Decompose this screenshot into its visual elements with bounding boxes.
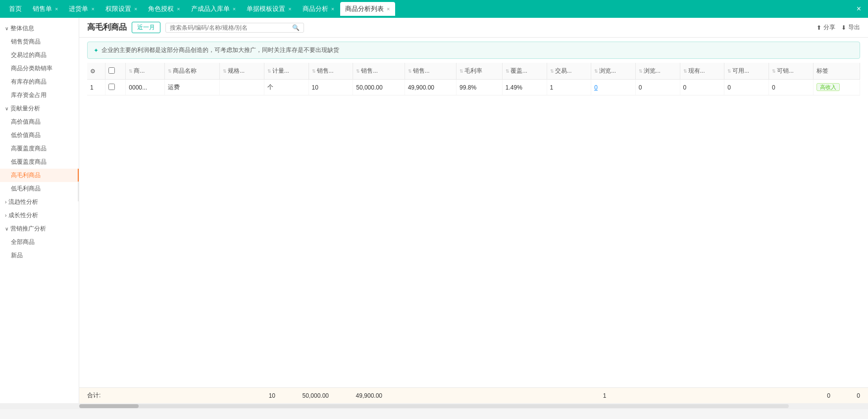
sidebar-item-商品分类助销率[interactable]: 商品分类助销率 xyxy=(0,62,79,75)
table-col-header-5[interactable]: ⇅计量... xyxy=(264,63,308,80)
seq-cell: 1 xyxy=(87,80,105,95)
sort-icon: ⇅ xyxy=(168,69,172,74)
nav-close-icon[interactable]: × xyxy=(387,6,390,12)
table-col-header-4[interactable]: ⇅规格... xyxy=(220,63,264,80)
share-button[interactable]: ⬆ 分享 xyxy=(817,23,835,32)
row-checkbox[interactable] xyxy=(108,84,115,90)
sidebar-group-2[interactable]: ›流趋性分析 xyxy=(0,195,79,209)
col-label: 现有... xyxy=(688,67,705,74)
filter-recent-month-button[interactable]: 近一月 xyxy=(132,22,160,33)
sidebar-item-高毛利商品[interactable]: 高毛利商品 xyxy=(0,169,79,182)
table-col-header-11[interactable]: ⇅交易... xyxy=(547,63,591,80)
col-label: 销售... xyxy=(317,67,334,74)
scrollbar-track xyxy=(79,404,789,408)
table-col-header-3[interactable]: ⇅商品名称 xyxy=(164,63,220,80)
sidebar-item-交易过的商品[interactable]: 交易过的商品 xyxy=(0,48,79,62)
table-col-header-7[interactable]: ⇅销售... xyxy=(353,63,405,80)
browse-link[interactable]: 0 xyxy=(594,84,598,91)
sidebar-item-销售货商品[interactable]: 销售货商品 xyxy=(0,35,79,48)
unit-cell: 个 xyxy=(264,80,308,95)
sidebar-item-库存资金占用[interactable]: 库存资金占用 xyxy=(0,89,79,102)
table-col-header-9[interactable]: ⇅毛利率 xyxy=(457,63,503,80)
checkbox-cell[interactable] xyxy=(105,80,126,95)
search-box: 🔍 xyxy=(165,23,304,33)
sidebar-item-高覆盖度商品[interactable]: 高覆盖度商品 xyxy=(0,142,79,155)
browse1-cell[interactable]: 0 xyxy=(591,80,636,95)
table-col-header-6[interactable]: ⇅销售... xyxy=(308,63,353,80)
content-header: 高毛利商品 近一月 🔍 ⬆ 分享 ⬇ 导出 xyxy=(79,18,868,38)
nav-item-角色授权[interactable]: 角色授权× xyxy=(143,2,185,16)
export-button[interactable]: ⬇ 导出 xyxy=(841,23,860,32)
footer-trade: 1 xyxy=(577,392,607,399)
footer-sales-profit: 49,900.00 xyxy=(333,392,382,399)
available-stock-cell: 0 xyxy=(724,80,769,95)
gross-rate-cell: 99.8% xyxy=(457,80,503,95)
sidebar-item-低价值商品[interactable]: 低价值商品 xyxy=(0,129,79,142)
nav-close-icon[interactable]: × xyxy=(177,6,180,12)
close-all-button[interactable]: × xyxy=(854,4,864,13)
search-input[interactable] xyxy=(170,24,290,31)
sidebar-item-低毛利商品[interactable]: 低毛利商品 xyxy=(0,182,79,195)
sidebar-item-高价值商品[interactable]: 高价值商品 xyxy=(0,115,79,129)
sidebar-group-arrow-icon: ∨ xyxy=(5,226,8,232)
bottom-scrollbar[interactable] xyxy=(0,403,868,409)
nav-item-权限设置[interactable]: 权限设置× xyxy=(101,2,142,16)
table-col-header-16[interactable]: ⇅可销... xyxy=(768,63,813,80)
footer-sales-amount: 50,000.00 xyxy=(279,392,329,399)
sidebar-group-3[interactable]: ›成长性分析 xyxy=(0,209,79,222)
sidebar-item-全部商品[interactable]: 全部商品 xyxy=(0,235,79,249)
nav-close-icon[interactable]: × xyxy=(288,6,291,12)
col-label: 商品名称 xyxy=(173,67,197,74)
header-actions: ⬆ 分享 ⬇ 导出 xyxy=(817,23,860,32)
table-col-header-14[interactable]: ⇅现有... xyxy=(680,63,724,80)
tag-cell[interactable]: 高收入 xyxy=(813,80,860,95)
footer-sellable: 0 xyxy=(830,392,860,399)
sidebar-item-有库存的商品[interactable]: 有库存的商品 xyxy=(0,75,79,89)
table-col-header-15[interactable]: ⇅可用... xyxy=(724,63,769,80)
table-col-header-13[interactable]: ⇅浏览... xyxy=(635,63,680,80)
sort-icon: ⇅ xyxy=(408,69,412,74)
page-title: 高毛利商品 xyxy=(87,22,127,33)
table-col-header-8[interactable]: ⇅销售... xyxy=(405,63,456,80)
scrollbar-thumb[interactable] xyxy=(79,404,139,408)
nav-item-商品分析[interactable]: 商品分析× xyxy=(298,2,339,16)
table-row: 10000...运费个1050,000.0049,900.0099.8%1.49… xyxy=(87,80,860,95)
browse2-cell: 0 xyxy=(635,80,680,95)
info-text: 企业的主要的利润都是这部分商品创造的，可考虑加大推广，同时关注库存是不要出现缺货 xyxy=(102,46,339,54)
search-icon[interactable]: 🔍 xyxy=(292,24,300,31)
sidebar-group-1[interactable]: ∨贡献量分析 xyxy=(0,102,79,115)
col-label: 浏览... xyxy=(644,67,661,74)
col-label: 标签 xyxy=(817,67,828,74)
sidebar-item-低覆盖度商品[interactable]: 低覆盖度商品 xyxy=(0,155,79,169)
nav-close-icon[interactable]: × xyxy=(134,6,137,12)
sidebar-group-label-text: 营销推广分析 xyxy=(10,225,46,233)
col-label: 交易... xyxy=(555,67,572,74)
content-area: 高毛利商品 近一月 🔍 ⬆ 分享 ⬇ 导出 ✦ 企业的主要的利润都是这部分商品创… xyxy=(79,18,868,403)
col-label: 计量... xyxy=(272,67,289,74)
table-col-header-12[interactable]: ⇅浏览... xyxy=(591,63,636,80)
table-col-header-2[interactable]: ⇅商... xyxy=(126,63,164,80)
table-col-header-0: ⚙ xyxy=(87,63,105,80)
footer-label: 合计: xyxy=(87,391,236,400)
nav-close-icon[interactable]: × xyxy=(91,6,94,12)
nav-close-icon[interactable]: × xyxy=(233,6,236,12)
name-cell: 运费 xyxy=(164,80,220,95)
sidebar-group-0[interactable]: ∨整体信息 xyxy=(0,22,79,35)
table-col-header-10[interactable]: ⇅覆盖... xyxy=(502,63,547,80)
col-label: ⚙ xyxy=(90,68,96,75)
nav-item-首页[interactable]: 首页 xyxy=(4,2,27,16)
sort-icon: ⇅ xyxy=(550,69,554,74)
nav-item-商品分析列表[interactable]: 商品分析列表× xyxy=(340,2,395,16)
nav-item-销售单[interactable]: 销售单× xyxy=(28,2,63,16)
nav-item-单据模板设置[interactable]: 单据模板设置× xyxy=(242,2,296,16)
nav-item-进货单[interactable]: 进货单× xyxy=(64,2,99,16)
nav-close-icon[interactable]: × xyxy=(55,6,58,12)
select-all-checkbox[interactable] xyxy=(108,67,115,74)
nav-close-icon[interactable]: × xyxy=(331,6,334,12)
sidebar-group-4[interactable]: ∨营销推广分析 xyxy=(0,222,79,235)
col-label: 销售... xyxy=(361,67,378,74)
table-col-header-17: 标签 xyxy=(813,63,860,80)
sidebar-item-新品[interactable]: 新品 xyxy=(0,249,79,262)
nav-item-产成品入库单[interactable]: 产成品入库单× xyxy=(186,2,241,16)
col-label: 销售... xyxy=(413,67,430,74)
